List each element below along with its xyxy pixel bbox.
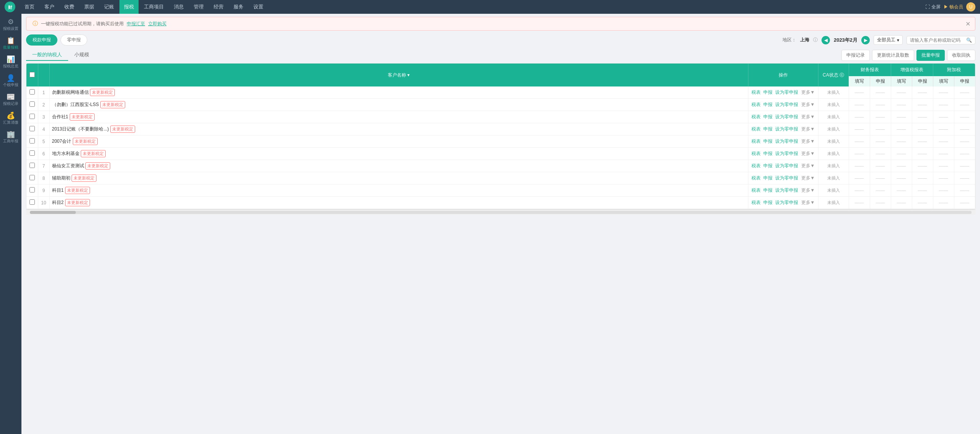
sidebar-item-personal-tax[interactable]: 👤 个税申报 [0, 72, 21, 90]
ca-status-cell: 未插入 [818, 99, 849, 111]
op-tax-form[interactable]: 税表 [751, 163, 761, 168]
tax-apply-cell: —— [912, 148, 933, 160]
op-declare[interactable]: 申报 [763, 151, 773, 156]
add-fill-cell: —— [933, 86, 954, 99]
sort-icon[interactable]: ▾ [407, 72, 410, 78]
search-input[interactable] [910, 38, 965, 43]
op-more[interactable]: 更多▼ [801, 188, 815, 193]
prev-month-btn[interactable]: ◀ [822, 36, 830, 44]
op-tax-form[interactable]: 税表 [751, 90, 761, 95]
batch-declare-btn[interactable]: 批量申报 [916, 50, 945, 61]
op-zero-declare[interactable]: 设为零申报 [775, 90, 798, 95]
table-row: 8 辅助期初 未更新税定 税表 申报 设为零申报 更多▼ 未插入 —— —— —… [26, 172, 975, 184]
update-stats-btn[interactable]: 更新统计及取数 [872, 50, 914, 61]
op-declare[interactable]: 申报 [763, 139, 773, 144]
op-declare[interactable]: 申报 [763, 200, 773, 205]
row-checkbox[interactable] [29, 89, 35, 95]
banner-link-buy[interactable]: 立即购买 [148, 21, 167, 27]
sidebar-item-tax-record[interactable]: 📰 报税记录 [0, 90, 21, 109]
row-checkbox[interactable] [29, 126, 35, 131]
record-btn[interactable]: 申报记录 [841, 50, 870, 61]
fullscreen-btn[interactable]: ⛶ 全屏 [925, 4, 940, 10]
op-zero-declare[interactable]: 设为零申报 [775, 188, 798, 193]
staff-selector[interactable]: 全部员工 ▾ [874, 35, 903, 45]
tab-small-scale[interactable]: 小规模 [68, 49, 95, 61]
op-zero-declare[interactable]: 设为零申报 [775, 151, 798, 156]
row-checkbox[interactable] [29, 138, 35, 144]
op-tax-form[interactable]: 税表 [751, 139, 761, 144]
op-zero-declare[interactable]: 设为零申报 [775, 126, 798, 132]
op-more[interactable]: 更多▼ [801, 114, 815, 119]
op-more[interactable]: 更多▼ [801, 126, 815, 132]
op-tax-form[interactable]: 税表 [751, 175, 761, 181]
op-tax-form[interactable]: 税表 [751, 200, 761, 205]
nav-home[interactable]: 首页 [20, 0, 39, 14]
op-zero-declare[interactable]: 设为零申报 [775, 114, 798, 119]
nav-manage[interactable]: 管理 [189, 0, 208, 14]
nav-settings[interactable]: 设置 [249, 0, 268, 14]
op-more[interactable]: 更多▼ [801, 102, 815, 107]
op-more[interactable]: 更多▼ [801, 90, 815, 95]
row-checkbox[interactable] [29, 175, 35, 180]
op-zero-declare[interactable]: 设为零申报 [775, 175, 798, 181]
op-more[interactable]: 更多▼ [801, 200, 815, 205]
op-declare[interactable]: 申报 [763, 126, 773, 132]
nav-fee[interactable]: 收费 [60, 0, 79, 14]
op-tax-form[interactable]: 税表 [751, 151, 761, 156]
nav-message[interactable]: 消息 [169, 0, 188, 14]
op-zero-declare[interactable]: 设为零申报 [775, 163, 798, 168]
nav-invoice[interactable]: 票据 [80, 0, 99, 14]
sidebar-item-tax-settings[interactable]: ⚙ 报税设置 [0, 15, 21, 34]
table-row: 3 合作社1 未更新税定 税表 申报 设为零申报 更多▼ 未插入 —— —— —… [26, 111, 975, 123]
op-declare[interactable]: 申报 [763, 175, 773, 181]
op-more[interactable]: 更多▼ [801, 175, 815, 181]
op-declare[interactable]: 申报 [763, 114, 773, 119]
op-declare[interactable]: 申报 [763, 188, 773, 193]
nav-service[interactable]: 服务 [229, 0, 248, 14]
op-tax-form[interactable]: 税表 [751, 126, 761, 132]
vip-btn[interactable]: ▶ 畅会员 [944, 4, 963, 10]
op-more[interactable]: 更多▼ [801, 151, 815, 156]
sidebar-item-batch-tax[interactable]: 📋 批量报税 [0, 34, 21, 53]
banner-link-report[interactable]: 申报汇至 [127, 21, 145, 27]
close-icon[interactable]: ✕ [965, 20, 970, 28]
tab-general-taxpayer[interactable]: 一般的纳税人 [26, 49, 68, 61]
row-checkbox[interactable] [29, 150, 35, 156]
op-declare[interactable]: 申报 [763, 90, 773, 95]
nav-business[interactable]: 工商项目 [139, 0, 168, 14]
horizontal-scrollbar[interactable] [26, 209, 975, 215]
user-avatar[interactable]: U [966, 2, 975, 11]
scroll-thumb[interactable] [30, 211, 76, 214]
op-declare[interactable]: 申报 [763, 163, 773, 168]
op-zero-declare[interactable]: 设为零申报 [775, 139, 798, 144]
row-checkbox[interactable] [29, 199, 35, 205]
sidebar-item-annual-report[interactable]: 🏢 工商年报 [0, 128, 21, 147]
row-checkbox[interactable] [29, 114, 35, 119]
op-declare[interactable]: 申报 [763, 102, 773, 107]
row-checkbox[interactable] [29, 187, 35, 193]
select-all-checkbox[interactable] [29, 72, 35, 77]
sidebar-item-tax-overview[interactable]: 📊 报税总览 [0, 53, 21, 72]
sidebar-item-annual-settlement[interactable]: 💰 汇算清缴 [0, 109, 21, 128]
next-month-btn[interactable]: ▶ [861, 36, 870, 44]
tab-tax-declaration[interactable]: 税款申报 [26, 34, 57, 46]
op-more[interactable]: 更多▼ [801, 139, 815, 144]
op-tax-form[interactable]: 税表 [751, 188, 761, 193]
fin-fill-cell: —— [849, 99, 870, 111]
tab-zero-declaration[interactable]: 零申报 [60, 34, 87, 46]
row-checkbox[interactable] [29, 163, 35, 168]
op-more[interactable]: 更多▼ [801, 163, 815, 168]
op-zero-declare[interactable]: 设为零申报 [775, 200, 798, 205]
search-box[interactable]: 🔍 [906, 36, 975, 44]
operation-cell: 税表 申报 设为零申报 更多▼ [748, 197, 818, 209]
op-tax-form[interactable]: 税表 [751, 114, 761, 119]
data-table: 客户名称 ▾ 操作 CA状态 ⓒ 财务报表 增值税报表 附加税 [26, 64, 975, 209]
nav-tax[interactable]: 报税 [119, 0, 139, 14]
op-zero-declare[interactable]: 设为零申报 [775, 102, 798, 107]
collect-receipt-btn[interactable]: 收取回执 [947, 50, 975, 61]
nav-customer[interactable]: 客户 [40, 0, 59, 14]
row-checkbox[interactable] [29, 101, 35, 107]
nav-operation[interactable]: 经营 [209, 0, 228, 14]
op-tax-form[interactable]: 税表 [751, 102, 761, 107]
nav-bookkeeping[interactable]: 记账 [100, 0, 119, 14]
